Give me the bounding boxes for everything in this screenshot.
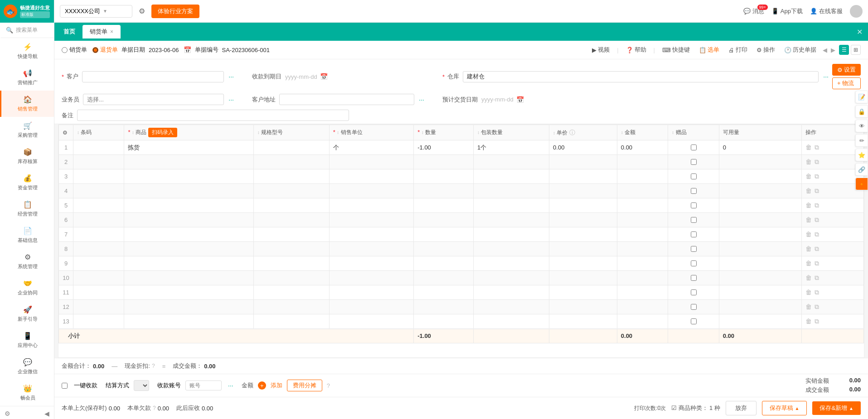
cell-qty[interactable] [414,242,474,256]
history-btn[interactable]: 🕐 历史单据 [781,44,819,55]
cell-pkg-qty[interactable] [473,213,549,227]
cell-spec[interactable] [253,314,329,329]
cell-spec[interactable] [253,140,329,155]
cell-gift[interactable] [668,155,719,169]
copy-row-icon[interactable]: ⧉ [815,289,819,296]
cell-barcode[interactable] [73,155,124,169]
sidebar-item-app-center[interactable]: 📱 应用中心 [0,327,54,353]
cell-unit[interactable] [329,285,413,300]
cell-product[interactable] [124,300,253,314]
tab-home[interactable]: 首页 [56,25,82,39]
cell-product[interactable] [124,155,253,169]
customer-more-icon[interactable]: ··· [228,73,234,80]
copy-row-icon[interactable]: ⧉ [815,318,819,325]
sidebar-item-beginner[interactable]: 🚀 新手引导 [0,301,54,327]
price-help-icon[interactable]: ⓘ [569,129,575,136]
shortcut-btn[interactable]: ⌨ 快捷键 [659,44,693,55]
expense-split-btn[interactable]: 费用分摊 [287,380,322,391]
calc-method-select[interactable] [134,380,149,391]
cell-gift[interactable] [668,227,719,242]
cell-amount[interactable] [617,169,668,184]
delete-row-icon[interactable]: 🗑 [805,318,812,325]
copy-row-icon[interactable]: ⧉ [815,187,819,195]
cell-product[interactable] [124,271,253,285]
cell-unit[interactable] [329,242,413,256]
cell-gift[interactable] [668,213,719,227]
cell-spec[interactable] [253,300,329,314]
copy-row-icon[interactable]: ⧉ [815,245,819,253]
cell-gift[interactable] [668,198,719,213]
sidebar-item-sales-mgmt[interactable]: 🏠 销售管理 [0,91,54,117]
cell-product[interactable] [124,169,253,184]
abandon-btn[interactable]: 放弃 [726,401,756,415]
cell-barcode[interactable] [73,242,124,256]
th-settings[interactable]: ⚙ [59,125,73,140]
copy-row-icon[interactable]: ⧉ [815,303,819,311]
discount-help-icon[interactable]: ? [152,363,155,369]
next-icon[interactable]: ▶ [831,47,835,53]
cell-barcode[interactable] [73,184,124,198]
message-btn[interactable]: 💬 消息 99+ [743,7,764,15]
cell-unit[interactable] [329,169,413,184]
delete-row-icon[interactable]: 🗑 [805,274,812,282]
account-input[interactable] [185,380,222,390]
radio-return-order[interactable]: 退货单 [92,46,118,54]
delete-row-icon[interactable]: 🗑 [805,187,812,195]
rt-eye-btn[interactable]: 👁 [855,120,868,132]
due-date-calendar-icon[interactable]: 📅 [320,73,328,80]
remarks-input[interactable] [77,110,349,121]
cell-gift[interactable] [668,271,719,285]
cell-unit[interactable] [329,155,413,169]
cell-pkg-qty[interactable] [473,271,549,285]
cell-gift[interactable] [668,314,719,329]
sidebar-item-capital-mgmt[interactable]: 💰 资金管理 [0,169,54,196]
cell-price[interactable] [549,242,617,256]
delivery-date-calendar-icon[interactable]: 📅 [516,96,524,103]
cell-barcode[interactable] [73,227,124,242]
print-btn[interactable]: 🖨 打印 [726,44,750,55]
save-draft-btn[interactable]: 保存草稿 ▲ [762,401,807,415]
cell-qty[interactable] [414,300,474,314]
user-avatar[interactable] [850,5,863,18]
sidebar-settings-icon[interactable]: ⚙ [5,410,10,417]
cell-product[interactable] [124,184,253,198]
list-view-icon[interactable]: ☰ [839,45,849,55]
cell-gift[interactable] [668,184,719,198]
cell-amount[interactable]: 0.00 [617,140,668,155]
cell-price[interactable]: 0.00 [549,140,617,155]
cell-spec[interactable] [253,227,329,242]
add-payment-btn[interactable]: + [258,381,266,390]
cell-amount[interactable] [617,300,668,314]
cell-price[interactable] [549,256,617,271]
trial-btn[interactable]: 体验行业方案 [151,5,199,18]
sidebar-item-marketing[interactable]: 📢 营销推广 [0,64,54,91]
sidebar-search[interactable]: 🔍 搜索菜单 [0,23,54,38]
close-all-tabs-icon[interactable]: ✕ [853,28,866,36]
delete-row-icon[interactable]: 🗑 [805,173,812,180]
copy-row-icon[interactable]: ⧉ [815,274,819,282]
cell-amount[interactable] [617,198,668,213]
cell-pkg-qty[interactable]: 1个 [473,140,549,155]
cell-price[interactable] [549,169,617,184]
radio-sale-input[interactable] [62,47,68,53]
help-btn[interactable]: ❓ 帮助 [623,44,649,55]
operate-btn[interactable]: ⚙ 操作 [754,44,778,55]
cell-product[interactable] [124,285,253,300]
cell-gift[interactable] [668,300,719,314]
cell-amount[interactable] [617,314,668,329]
cell-spec[interactable] [253,213,329,227]
cell-barcode[interactable] [73,314,124,329]
rt-edit-btn[interactable]: ✏ [855,134,868,147]
tab-close-icon[interactable]: × [110,29,113,35]
cell-qty[interactable] [414,256,474,271]
sidebar-item-operations-mgmt[interactable]: 📋 经营管理 [0,196,54,222]
cell-qty[interactable] [414,227,474,242]
scan-btn[interactable]: 扫码录入 [148,128,177,137]
cell-spec[interactable] [253,285,329,300]
tab-sale-order[interactable]: 销货单 × [82,25,121,39]
delete-row-icon[interactable]: 🗑 [805,216,812,224]
cell-qty[interactable] [414,314,474,329]
sidebar-item-vip[interactable]: 👑 畅会员 [0,380,54,406]
cell-spec[interactable] [253,155,329,169]
cell-gift[interactable] [668,242,719,256]
